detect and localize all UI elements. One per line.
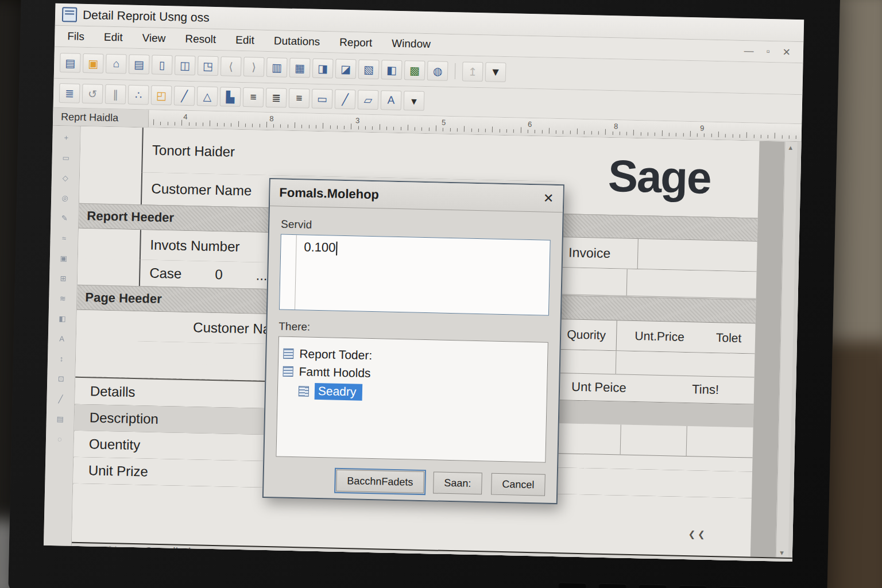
toolbox-tool-icon[interactable]: ◌ <box>54 433 65 444</box>
insert-section-icon[interactable]: ◧ <box>381 60 403 80</box>
invoice-preview-panel: Sage Invoice Quority Unt.Price Tolet <box>552 137 760 558</box>
open-report-icon[interactable]: ▣ <box>83 53 104 74</box>
filter-icon: ◍ <box>433 64 443 78</box>
filter-icon[interactable]: ◍ <box>427 61 448 81</box>
field-label: Unit Prize <box>88 462 149 479</box>
group-icon[interactable]: ∴ <box>128 85 149 105</box>
ruler-tick <box>429 127 430 131</box>
forward-icon[interactable]: ⟩ <box>243 57 265 77</box>
toolbox-tool-icon[interactable]: ╱ <box>55 393 66 404</box>
save-report-icon[interactable]: ⌂ <box>106 54 127 74</box>
ruler-tick <box>535 130 535 133</box>
properties-icon[interactable]: ≣ <box>59 83 80 103</box>
formula-value: 0.100 <box>304 239 338 255</box>
menu-item-dutations[interactable]: Dutations <box>274 34 320 48</box>
insert-page-icon[interactable]: ▱ <box>358 90 379 110</box>
toolbox-tool-icon[interactable]: ≈ <box>58 232 69 243</box>
toolbox-tool-icon[interactable]: ▤ <box>55 413 66 424</box>
font-icon[interactable]: A <box>381 90 402 110</box>
column-unit-price[interactable]: Unt.Price <box>617 328 702 344</box>
align-justify-icon[interactable]: ≣ <box>266 88 287 108</box>
minimize-icon[interactable]: — <box>744 45 753 57</box>
menu-item-edit[interactable]: Edit <box>235 34 254 47</box>
paste-icon[interactable]: ◪ <box>335 59 357 79</box>
menu-item-report[interactable]: Report <box>339 36 372 49</box>
fields-button[interactable]: BacchnFadets <box>336 470 424 493</box>
tree-item[interactable]: Seadry <box>299 382 543 404</box>
sections-tree-list[interactable]: Report Toder:Famtt HooldsSeadry <box>276 336 548 462</box>
close-icon[interactable]: ✕ <box>783 46 791 58</box>
toolbox-tool-icon[interactable]: ◇ <box>60 172 71 183</box>
chart-icon: ▙ <box>226 90 235 103</box>
dialog-close-icon[interactable]: ✕ <box>543 191 554 206</box>
tree-item[interactable]: Famtt Hoolds <box>283 365 542 384</box>
back-icon[interactable]: ⟨ <box>220 56 242 76</box>
table-icon[interactable]: ▦ <box>289 58 311 78</box>
column-total[interactable]: Tolet <box>702 331 756 346</box>
cancel-button[interactable]: Cancel <box>491 473 546 496</box>
toolbox-tool-icon[interactable]: ⊞ <box>57 272 69 284</box>
undo-icon: ↺ <box>88 87 97 100</box>
textbox-icon: ▭ <box>317 92 327 105</box>
toolbox-tool-icon[interactable]: ◎ <box>59 192 71 203</box>
toolbox-tool-icon[interactable]: ≋ <box>57 292 68 304</box>
sort-icon[interactable]: ∥ <box>105 84 126 105</box>
copy-icon[interactable]: ◨ <box>312 59 334 79</box>
menu-item-resolt[interactable]: Resolt <box>185 33 216 46</box>
align-right-icon[interactable]: ≡ <box>289 88 310 109</box>
toolbar-overflow-icon[interactable]: ▼ <box>485 62 506 82</box>
chart-icon[interactable]: ▙ <box>220 87 241 107</box>
draw-line-icon[interactable]: ╱ <box>335 90 356 110</box>
menu-item-edit[interactable]: Edit <box>104 31 123 44</box>
textbox-icon[interactable]: ▭ <box>312 89 333 109</box>
menu-item-fils[interactable]: Fils <box>67 30 84 43</box>
column-quantity[interactable]: Quority <box>556 319 617 350</box>
ruler-tick <box>457 128 458 131</box>
font-dropdown-icon[interactable]: ▾ <box>404 91 425 111</box>
shape-tool-icon[interactable]: △ <box>197 86 218 106</box>
insert-field-icon[interactable]: ▧ <box>358 59 380 79</box>
toolbox-tool-icon[interactable]: ✎ <box>59 212 70 223</box>
total-label[interactable]: Tins! <box>692 382 719 397</box>
scroll-up-icon[interactable]: ▲ <box>787 144 794 151</box>
align-right-icon: ≡ <box>296 92 303 105</box>
toolbox-tool-icon[interactable]: ↕ <box>56 353 67 364</box>
toolbox-tool-icon[interactable]: ◧ <box>56 312 68 324</box>
restore-icon[interactable]: ▫ <box>766 45 769 57</box>
ruler-tick <box>598 131 599 135</box>
invoice-cell[interactable]: Invoice <box>558 237 639 269</box>
toolbox-tool-icon[interactable]: ⊡ <box>55 373 67 384</box>
toolbox-tool-icon[interactable]: ▭ <box>60 152 71 163</box>
field-label: Ouentity <box>89 436 141 453</box>
hscroll-arrows-icon[interactable]: ❮❮ <box>688 529 707 540</box>
align-left-icon[interactable]: ≡ <box>243 87 264 107</box>
page-setup-icon[interactable]: ▤ <box>129 55 150 75</box>
ruler-tick <box>556 130 556 134</box>
menu-item-view[interactable]: View <box>142 32 165 45</box>
tree-item[interactable]: Report Toder: <box>283 347 543 366</box>
pointer-faded-icon[interactable]: ↥ <box>462 61 483 82</box>
menu-item-window[interactable]: Window <box>392 37 431 51</box>
undo-icon[interactable]: ↺ <box>82 84 103 104</box>
line-tool-icon[interactable]: ╱ <box>174 86 195 106</box>
insert-image-icon[interactable]: ▩ <box>404 60 425 80</box>
ruler-tick <box>196 122 196 126</box>
new-report-icon[interactable]: ▤ <box>60 53 81 73</box>
toolbox-tool-icon[interactable]: A <box>56 332 68 344</box>
print-preview-icon[interactable]: ▯ <box>152 55 173 75</box>
toolbox-tool-icon[interactable]: ▣ <box>58 252 69 264</box>
print-icon[interactable]: ◫ <box>175 55 196 75</box>
band-label[interactable]: Reprt Haidla <box>53 108 149 127</box>
formula-text-input[interactable]: 0.100 <box>279 234 551 316</box>
report-wizard-icon[interactable]: ▥ <box>266 57 288 78</box>
scroll-down-icon[interactable]: ▼ <box>779 550 785 556</box>
total-unit-price[interactable]: Unt Peice <box>555 379 658 396</box>
ruler-tick <box>308 125 309 129</box>
invoice-column-headers: Quority Unt.Price Tolet <box>556 319 756 354</box>
ruler-tick <box>541 130 542 133</box>
toolbox-tool-icon[interactable]: + <box>60 131 72 143</box>
fill-color-icon[interactable]: ◰ <box>151 86 172 106</box>
print-preview-icon: ▯ <box>159 58 165 71</box>
export-icon[interactable]: ◳ <box>198 56 219 76</box>
ok-button[interactable]: Saan: <box>433 471 482 494</box>
